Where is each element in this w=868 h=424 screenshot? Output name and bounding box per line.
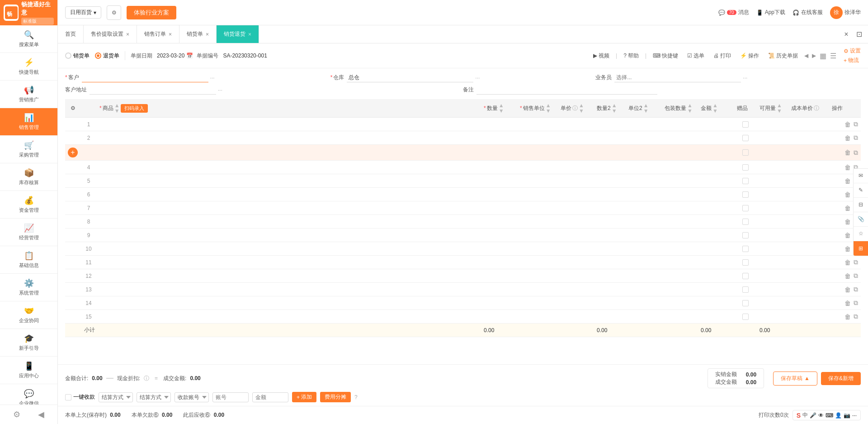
- next-record-icon[interactable]: ▶: [812, 52, 816, 59]
- delete-icon-7[interactable]: 🗑: [844, 205, 851, 212]
- sidebar-item-marketing[interactable]: 📢 营销推广: [0, 81, 57, 108]
- toolbar-btn-operate[interactable]: ⚡ 操作: [737, 51, 762, 61]
- gift-checkbox-13[interactable]: [742, 286, 749, 293]
- customer-lookup[interactable]: ···: [210, 75, 215, 81]
- sidebar-item-appstore[interactable]: 📱 应用中心: [0, 357, 57, 384]
- toolbar-btn-select[interactable]: ☑ 选单: [684, 51, 707, 61]
- gift-checkbox-7[interactable]: [742, 205, 749, 211]
- keyboard-2-icon[interactable]: ⌨: [826, 412, 833, 419]
- collect-account-select[interactable]: 收款账号: [175, 392, 209, 402]
- copy-icon-2[interactable]: ⧉: [854, 134, 858, 142]
- delete-icon-8[interactable]: 🗑: [844, 218, 851, 225]
- gift-checkbox-6[interactable]: [742, 191, 749, 198]
- radio-return[interactable]: 退货单: [95, 52, 119, 60]
- warehouse-lookup[interactable]: ···: [475, 75, 480, 81]
- user-profile[interactable]: 徐 徐泽华: [830, 6, 861, 19]
- copy-icon-3[interactable]: ⧉: [854, 149, 858, 157]
- eye-icon[interactable]: 👁: [818, 412, 824, 419]
- float-item-5[interactable]: ☆: [854, 227, 868, 241]
- table-settings-icon[interactable]: ⚙: [71, 105, 75, 111]
- float-item-2[interactable]: ✎: [854, 183, 868, 198]
- gift-checkbox-12[interactable]: [742, 273, 749, 279]
- salesman-input[interactable]: [614, 73, 741, 82]
- gift-checkbox-5[interactable]: [742, 178, 749, 184]
- copy-icon-14[interactable]: ⧉: [854, 299, 858, 307]
- tab-close-sale-order[interactable]: ×: [169, 31, 172, 38]
- gift-checkbox-8[interactable]: [742, 219, 749, 225]
- person-icon[interactable]: 👤: [835, 412, 842, 419]
- maximize-icon[interactable]: ⊡: [854, 29, 864, 40]
- price-info-icon[interactable]: ⓘ: [572, 105, 578, 112]
- sidebar-item-purchase[interactable]: 🛒 采购管理: [0, 136, 57, 163]
- tab-sale-bill[interactable]: 销货单 ×: [179, 25, 217, 43]
- delete-icon-13[interactable]: 🗑: [844, 286, 851, 293]
- mic-icon[interactable]: 🎤: [810, 412, 816, 419]
- float-item-1[interactable]: ✉: [854, 169, 868, 183]
- tab-sale-price[interactable]: 售价提取设置 ×: [84, 25, 137, 43]
- tab-close-sale-bill[interactable]: ×: [206, 31, 209, 38]
- delete-icon-3[interactable]: 🗑: [844, 149, 851, 156]
- gift-checkbox-1[interactable]: [742, 121, 749, 128]
- salesman-lookup[interactable]: ···: [743, 75, 747, 81]
- header-settings-button[interactable]: ⚙: [107, 5, 121, 20]
- copy-icon-13[interactable]: ⧉: [854, 286, 858, 293]
- copy-icon-15[interactable]: ⧉: [854, 313, 858, 320]
- fee-split-button[interactable]: 费用分摊: [320, 392, 351, 402]
- delete-icon-2[interactable]: 🗑: [844, 134, 851, 142]
- sidebar-item-inventory[interactable]: 📦 库存核算: [0, 163, 57, 191]
- customer-input[interactable]: [82, 73, 208, 82]
- float-item-4[interactable]: 📎: [854, 212, 868, 227]
- list-view-icon[interactable]: ☰: [830, 52, 836, 60]
- delete-icon-9[interactable]: 🗑: [844, 232, 851, 239]
- toolbar-btn-shortcut[interactable]: ⌨ 快捷键: [650, 51, 681, 61]
- one-click-collect[interactable]: 一键收款: [65, 393, 95, 401]
- gift-checkbox-9[interactable]: [742, 232, 749, 238]
- category-select[interactable]: 日用百货 ▾: [65, 6, 101, 19]
- delete-icon-5[interactable]: 🗑: [844, 177, 851, 185]
- gift-checkbox-11[interactable]: [742, 259, 749, 266]
- toolbar-btn-history[interactable]: 📜 历史单据: [765, 51, 801, 61]
- settle-method-select[interactable]: 结算方式: [99, 392, 133, 402]
- settings-button[interactable]: ⚙ 设置: [844, 47, 861, 55]
- close-window-icon[interactable]: ×: [841, 29, 852, 40]
- scan-button[interactable]: 扫码录入: [121, 104, 148, 113]
- save-new-button[interactable]: 保存&新增: [821, 372, 861, 385]
- copy-icon-12[interactable]: ⧉: [854, 272, 858, 280]
- more-icon[interactable]: ···: [852, 412, 857, 419]
- delete-icon-14[interactable]: 🗑: [844, 300, 851, 307]
- experience-button[interactable]: 体验行业方案: [127, 6, 176, 19]
- online-service[interactable]: 🎧 在线客服: [793, 9, 823, 16]
- calc-method-select[interactable]: 结算方式: [137, 392, 171, 402]
- tab-sale-order[interactable]: 销售订单 ×: [137, 25, 179, 43]
- sidebar-item-finance[interactable]: 💰 资金管理: [0, 191, 57, 219]
- gift-checkbox-14[interactable]: [742, 300, 749, 306]
- wuliu-button[interactable]: + 物流: [844, 57, 861, 64]
- delete-icon-1[interactable]: 🗑: [844, 121, 851, 128]
- product-input-3[interactable]: [99, 149, 478, 156]
- gift-checkbox-2[interactable]: [742, 135, 749, 141]
- add-collect-button[interactable]: + 添加: [292, 392, 316, 402]
- tab-sale-return[interactable]: 销货退货 ×: [217, 25, 259, 43]
- save-draft-button[interactable]: 保存草稿 ▲: [773, 372, 817, 386]
- copy-icon-1[interactable]: ⧉: [854, 120, 858, 128]
- sidebar-item-operation[interactable]: 📈 经营管理: [0, 219, 57, 246]
- add-row-button[interactable]: +: [68, 148, 78, 157]
- sidebar-item-basic[interactable]: 📋 基础信息: [0, 246, 57, 274]
- delete-icon-10[interactable]: 🗑: [844, 245, 851, 252]
- calendar-icon[interactable]: 📅: [186, 52, 193, 59]
- address-lookup[interactable]: ···: [218, 87, 222, 93]
- tab-home[interactable]: 首页: [58, 25, 84, 43]
- cost-info-icon[interactable]: ⓘ: [814, 105, 819, 112]
- cash-discount-info[interactable]: ⓘ: [144, 375, 149, 382]
- gift-checkbox-4[interactable]: [742, 164, 749, 171]
- collect-checkbox[interactable]: [65, 394, 71, 400]
- toolbar-btn-video[interactable]: ▶ 视频: [590, 51, 612, 61]
- gift-checkbox-15[interactable]: [742, 314, 749, 320]
- delete-icon-11[interactable]: 🗑: [844, 259, 851, 266]
- sidebar-item-enterprise[interactable]: 🤝 企业协同: [0, 301, 57, 329]
- gift-checkbox-3[interactable]: [742, 149, 749, 156]
- toolbar-btn-help[interactable]: ? 帮助: [621, 51, 642, 61]
- grid-view-icon[interactable]: ▦: [820, 52, 826, 60]
- gift-checkbox-10[interactable]: [742, 246, 749, 252]
- sidebar-item-shortcut[interactable]: ⚡ 快捷导航: [0, 53, 57, 81]
